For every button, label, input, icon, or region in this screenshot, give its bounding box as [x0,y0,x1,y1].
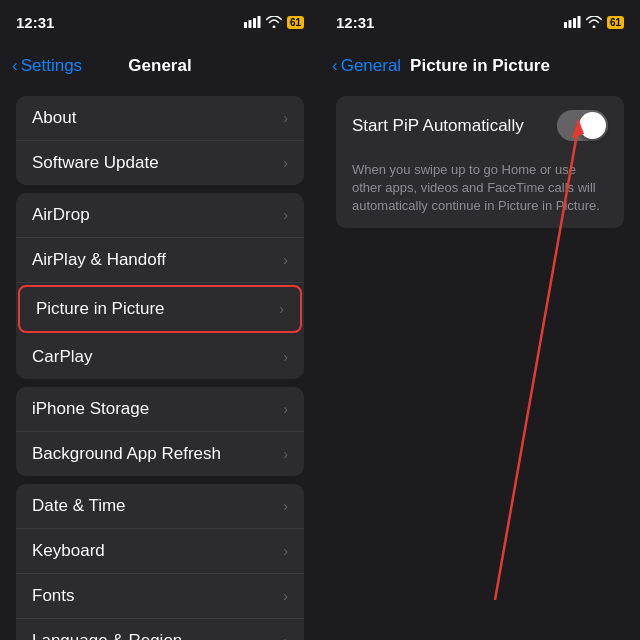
back-icon-right: ‹ [332,56,338,76]
row-label-carplay: CarPlay [32,347,92,367]
svg-rect-3 [257,16,260,28]
settings-group: iPhone Storage›Background App Refresh› [0,387,320,476]
svg-rect-5 [568,20,571,28]
settings-section: AirDrop›AirPlay & Handoff›Picture in Pic… [16,193,304,379]
settings-section: Date & Time›Keyboard›Fonts›Language & Re… [16,484,304,640]
chevron-icon-software-update: › [283,155,288,171]
back-button-left[interactable]: ‹ Settings [12,56,82,76]
right-panel: 12:31 61 ‹ General [320,0,640,640]
chevron-icon-iphone-storage: › [283,401,288,417]
settings-section: iPhone Storage›Background App Refresh› [16,387,304,476]
settings-row-software-update[interactable]: Software Update› [16,141,304,185]
row-label-fonts: Fonts [32,586,75,606]
row-label-software-update: Software Update [32,153,159,173]
row-label-language-region: Language & Region [32,631,182,640]
nav-bar-left: ‹ Settings General [0,44,320,88]
chevron-icon-about: › [283,110,288,126]
page-title-left: General [128,56,191,76]
chevron-icon-airdrop: › [283,207,288,223]
nav-bar-right: ‹ General Picture in Picture [320,44,640,88]
left-panel: 12:31 61 ‹ Settings General About›Softwa… [0,0,320,640]
row-label-iphone-storage: iPhone Storage [32,399,149,419]
pip-section: Start PiP Automatically When you swipe u… [336,96,624,228]
battery-level-left: 61 [287,16,304,29]
settings-group: Date & Time›Keyboard›Fonts›Language & Re… [0,484,320,640]
svg-rect-1 [248,20,251,28]
settings-group: AirDrop›AirPlay & Handoff›Picture in Pic… [0,193,320,379]
settings-row-background-refresh[interactable]: Background App Refresh› [16,432,304,476]
chevron-icon-pip: › [279,301,284,317]
settings-row-pip[interactable]: Picture in Picture› [18,285,302,333]
svg-rect-6 [573,18,576,28]
back-icon-left: ‹ [12,56,18,76]
settings-row-airdrop[interactable]: AirDrop› [16,193,304,238]
right-panel-wrapper: 12:31 61 ‹ General [320,0,640,640]
pip-description: When you swipe up to go Home or use othe… [336,155,624,228]
pip-settings: Start PiP Automatically When you swipe u… [320,88,640,640]
toggle-knob [579,112,606,139]
status-time-right: 12:31 [336,14,374,31]
back-button-right[interactable]: ‹ General [332,56,401,76]
row-label-background-refresh: Background App Refresh [32,444,221,464]
page-title-right: Picture in Picture [410,56,550,76]
row-label-keyboard: Keyboard [32,541,105,561]
signal-icon [244,16,261,28]
chevron-icon-carplay: › [283,349,288,365]
settings-row-airplay-handoff[interactable]: AirPlay & Handoff› [16,238,304,283]
back-label-right: General [341,56,401,76]
settings-row-about[interactable]: About› [16,96,304,141]
row-label-airdrop: AirDrop [32,205,90,225]
pip-toggle-label: Start PiP Automatically [352,116,557,136]
row-label-date-time: Date & Time [32,496,126,516]
battery-level-right: 61 [607,16,624,29]
chevron-icon-airplay-handoff: › [283,252,288,268]
chevron-icon-language-region: › [283,633,288,640]
svg-rect-2 [253,18,256,28]
status-icons-right: 61 [564,16,624,29]
settings-row-language-region[interactable]: Language & Region› [16,619,304,640]
settings-row-fonts[interactable]: Fonts› [16,574,304,619]
pip-toggle-row[interactable]: Start PiP Automatically [336,96,624,155]
settings-row-keyboard[interactable]: Keyboard› [16,529,304,574]
back-label-left: Settings [21,56,82,76]
chevron-icon-date-time: › [283,498,288,514]
pip-group: Start PiP Automatically When you swipe u… [320,96,640,228]
wifi-icon [266,16,282,28]
signal-icon-right [564,16,581,28]
status-time-left: 12:31 [16,14,54,31]
svg-rect-0 [244,22,247,28]
chevron-icon-background-refresh: › [283,446,288,462]
settings-row-carplay[interactable]: CarPlay› [16,335,304,379]
settings-row-iphone-storage[interactable]: iPhone Storage› [16,387,304,432]
status-icons-left: 61 [244,16,304,29]
status-bar-left: 12:31 61 [0,0,320,44]
pip-toggle[interactable] [557,110,608,141]
settings-list: About›Software Update›AirDrop›AirPlay & … [0,88,320,640]
row-label-airplay-handoff: AirPlay & Handoff [32,250,166,270]
settings-section: About›Software Update› [16,96,304,185]
row-label-about: About [32,108,76,128]
status-bar-right: 12:31 61 [320,0,640,44]
row-label-pip: Picture in Picture [36,299,165,319]
chevron-icon-keyboard: › [283,543,288,559]
svg-rect-7 [577,16,580,28]
settings-row-date-time[interactable]: Date & Time› [16,484,304,529]
wifi-icon-right [586,16,602,28]
svg-rect-4 [564,22,567,28]
chevron-icon-fonts: › [283,588,288,604]
settings-group: About›Software Update› [0,96,320,185]
